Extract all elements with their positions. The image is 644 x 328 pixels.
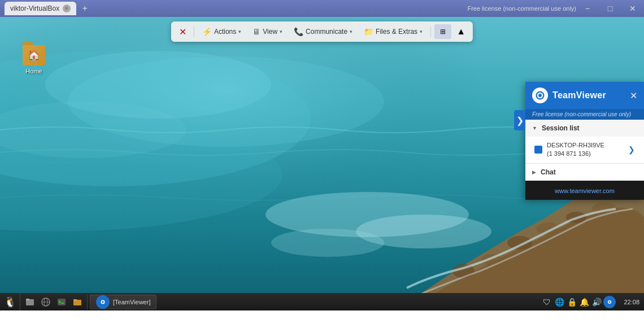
svg-point-6 xyxy=(356,215,491,248)
tv-logo: TeamViewer xyxy=(532,88,606,103)
files-extras-chevron-icon: ▾ xyxy=(420,29,423,34)
toggle-icon: ❯ xyxy=(516,115,524,126)
svg-point-5 xyxy=(266,192,469,237)
tv-title: TeamViewer xyxy=(552,90,606,100)
tv-close-button[interactable]: ✕ xyxy=(630,90,637,101)
svg-point-4 xyxy=(68,56,384,147)
session-info: DESKTOP-RH3I9VE (1 394 871 136) xyxy=(547,141,624,159)
teamviewer-taskbar-button[interactable]: [TeamViewer] xyxy=(90,295,156,309)
svg-point-3 xyxy=(0,119,282,231)
browser-icon xyxy=(41,298,50,307)
tv-toggle-button[interactable]: ❯ xyxy=(514,110,525,130)
taskbar-icon-1[interactable] xyxy=(23,295,37,309)
taskbar-quick-icons xyxy=(20,295,88,309)
taskbar-apps: [TeamViewer] xyxy=(88,295,538,309)
svg-point-18 xyxy=(538,94,542,97)
tv-header: TeamViewer ✕ xyxy=(525,82,644,109)
desktop: ✕ ⚡ Actions ▾ 🖥 View ▾ 📞 Communicate ▾ 📁… xyxy=(0,17,644,310)
session-device-name: DESKTOP-RH3I9VE xyxy=(547,141,624,150)
folder-manager-icon xyxy=(73,298,82,307)
chat-chevron-icon: ▶ xyxy=(532,169,536,175)
svg-point-13 xyxy=(592,203,617,215)
actions-icon: ⚡ xyxy=(202,27,212,36)
taskbar-icon-2[interactable] xyxy=(38,295,53,309)
svg-point-11 xyxy=(537,222,559,235)
network-tray-icon[interactable]: 🌐 xyxy=(554,296,565,308)
svg-rect-20 xyxy=(26,299,29,300)
tv-tray-icon[interactable] xyxy=(603,296,616,308)
svg-point-7 xyxy=(271,229,384,257)
toolbar-grid-button[interactable]: ▲ xyxy=(454,24,468,39)
communicate-label: Communicate xyxy=(306,28,347,36)
view-menu-button[interactable]: 🖥 View ▾ xyxy=(248,24,287,39)
taskbar: 🐧 xyxy=(0,293,644,310)
session-list-chevron-icon: ▼ xyxy=(532,125,537,131)
chat-section[interactable]: ▶ Chat xyxy=(525,164,644,181)
notification-tray-icon[interactable]: 🔔 xyxy=(578,296,590,308)
browser-close-button[interactable]: ✕ xyxy=(621,0,644,17)
disconnect-icon: ✕ xyxy=(179,27,186,37)
tv-footer: www.teamviewer.com xyxy=(525,181,644,200)
tv-tray-logo xyxy=(606,299,613,305)
shield-tray-icon[interactable]: 🛡 xyxy=(541,296,552,308)
svg-point-15 xyxy=(0,102,186,158)
files-icon: 📁 xyxy=(364,27,373,36)
taskbar-icon-3[interactable] xyxy=(54,295,69,309)
system-tray: 🛡 🌐 🔒 🔔 🔊 xyxy=(538,296,619,308)
toolbar-disconnect-button[interactable]: ✕ xyxy=(176,24,190,39)
volume-tray-icon[interactable]: 🔊 xyxy=(591,296,602,308)
actions-label: Actions xyxy=(214,28,236,36)
new-tab-button[interactable]: + xyxy=(79,2,91,15)
session-device-icon xyxy=(534,146,542,154)
session-item[interactable]: DESKTOP-RH3I9VE (1 394 871 136) ❯ xyxy=(525,137,644,163)
actions-menu-button[interactable]: ⚡ Actions ▾ xyxy=(198,24,246,39)
toolbar-expand-button[interactable]: ⊞ xyxy=(434,24,451,39)
home-desktop-icon[interactable]: 🏠 Home xyxy=(16,45,52,75)
teamviewer-logo-svg xyxy=(535,90,545,100)
session-list-header[interactable]: ▼ Session list xyxy=(525,120,644,137)
svg-point-10 xyxy=(507,236,532,250)
session-device-id: (1 394 871 136) xyxy=(547,150,624,158)
session-list-title: Session list xyxy=(542,124,580,132)
tv-website-link[interactable]: www.teamviewer.com xyxy=(555,187,615,194)
browser-chrome: viktor-VirtualBox ✕ + Free license (non-… xyxy=(0,0,644,17)
teamviewer-panel: ❯ TeamViewer ✕ Free license (non-commerc… xyxy=(525,82,644,200)
toolbar-separator-2 xyxy=(430,26,431,37)
system-clock: 22:08 xyxy=(619,299,644,305)
svg-rect-27 xyxy=(73,299,77,301)
terminal-icon xyxy=(57,298,66,307)
svg-point-30 xyxy=(102,301,104,303)
view-icon: 🖥 xyxy=(253,27,260,36)
remote-toolbar: ✕ ⚡ Actions ▾ 🖥 View ▾ 📞 Communicate ▾ 📁… xyxy=(171,21,473,42)
browser-tab[interactable]: viktor-VirtualBox ✕ xyxy=(5,2,76,15)
tab-label: viktor-VirtualBox xyxy=(10,5,59,12)
taskbar-icon-4[interactable] xyxy=(70,295,85,309)
home-icon-symbol: 🏠 xyxy=(28,49,40,62)
view-label: View xyxy=(263,28,277,36)
svg-point-33 xyxy=(609,301,611,303)
communicate-menu-button[interactable]: 📞 Communicate ▾ xyxy=(289,24,357,39)
tv-taskbar-icon xyxy=(96,295,110,309)
files-extras-menu-button[interactable]: 📁 Files & Extras ▾ xyxy=(359,24,427,39)
start-button[interactable]: 🐧 xyxy=(0,293,20,310)
toolbar-separator-1 xyxy=(194,26,194,37)
lock-tray-icon[interactable]: 🔒 xyxy=(566,296,577,308)
browser-window-controls: − □ ✕ xyxy=(576,0,644,17)
maximize-button[interactable]: □ xyxy=(599,0,621,17)
minimize-button[interactable]: − xyxy=(576,0,599,17)
actions-chevron-icon: ▾ xyxy=(238,29,241,34)
communicate-icon: 📞 xyxy=(294,27,303,36)
svg-point-12 xyxy=(566,212,586,223)
expand-icon: ⊞ xyxy=(440,28,446,36)
tab-close-button[interactable]: ✕ xyxy=(63,5,71,12)
session-list-section: ▼ Session list DESKTOP-RH3I9VE (1 394 87… xyxy=(525,120,644,164)
home-icon-label: Home xyxy=(25,68,42,75)
files-icon xyxy=(25,298,34,307)
chat-title: Chat xyxy=(541,168,556,176)
start-icon: 🐧 xyxy=(4,296,16,308)
grid-icon: ▲ xyxy=(456,27,465,37)
tv-icon-small xyxy=(99,298,107,306)
browser-license-text: Free license (non-commercial use only) xyxy=(467,5,576,12)
svg-point-8 xyxy=(452,264,475,278)
svg-rect-24 xyxy=(58,299,66,305)
